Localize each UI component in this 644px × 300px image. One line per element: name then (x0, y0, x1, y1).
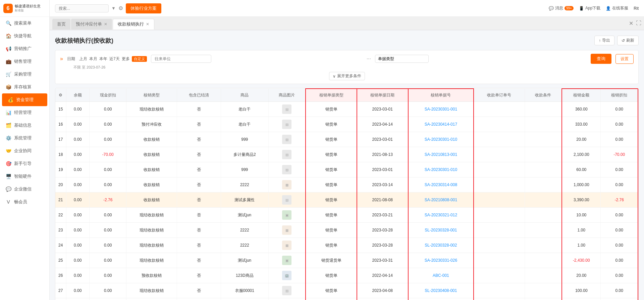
bill-no-link[interactable]: SA-20230414-017 (425, 122, 457, 127)
row-no: 26 (55, 268, 66, 283)
company-search-input[interactable] (55, 4, 109, 12)
row-no: 18 (55, 147, 66, 162)
row-type: 现结收款核销 (126, 283, 177, 298)
search-button[interactable]: 查询 (591, 54, 611, 64)
sidebar-item-sales[interactable]: 💼 销售管理 (0, 55, 49, 68)
phone-icon: 📱 (579, 6, 584, 11)
sidebar-item-finance[interactable]: 💰 资金管理 (2, 93, 47, 106)
row-product-img: ▤ (268, 192, 306, 208)
row-product-img: ▤ (268, 162, 306, 177)
row-no: 19 (55, 162, 66, 177)
sidebar-item-collab[interactable]: 🤝 企业协同 (0, 144, 49, 157)
filter-collapse-icon[interactable]: » (60, 56, 63, 62)
date-this-year[interactable]: 本年 (99, 56, 107, 62)
tab-close-receipt[interactable]: ✕ (146, 22, 149, 27)
bill-no-link[interactable]: SA-20230331-026 (425, 258, 457, 263)
row-discount: 0.00 (601, 283, 638, 298)
row-condition (525, 177, 562, 192)
settings-icon[interactable]: ⚙ (118, 5, 123, 11)
product-image: ▦ (282, 225, 291, 235)
date-last-month[interactable]: 上月 (79, 56, 87, 62)
sidebar-item-label: 系统管理 (14, 135, 32, 141)
sidebar-item-marketing[interactable]: 📢 营销推广 (0, 42, 49, 55)
date-7days[interactable]: 近7天 (109, 56, 120, 62)
app-download-area[interactable]: 📱 App下载 (579, 5, 600, 11)
sidebar-item-system[interactable]: ⚙️ 系统管理 (0, 132, 49, 144)
bill-no-link[interactable]: SA-20230301-001 (425, 107, 457, 112)
th-settled: 包含已结清 (177, 89, 221, 102)
bill-no-link[interactable]: SL-20230328-002 (425, 243, 457, 248)
user-name[interactable]: Rit (634, 6, 639, 11)
row-product-img: 🏢 (268, 268, 306, 283)
dropdown-icon[interactable]: ▼ (111, 6, 116, 11)
sidebar-item-guide[interactable]: 🎯 新手引导 (0, 157, 49, 170)
date-more[interactable]: 更多 (122, 56, 130, 62)
refresh-button[interactable]: ↺ 刷新 (617, 36, 639, 45)
row-no: 27 (55, 283, 66, 298)
th-settings[interactable]: ⚙ (55, 89, 66, 102)
row-settled: 否 (177, 162, 221, 177)
expand-filters-btn[interactable]: ∨ 展开更多条件 (329, 72, 365, 80)
bill-no-link[interactable]: SL-20230328-001 (425, 228, 457, 232)
row-receipt-no (474, 132, 525, 147)
table-header-row: ⚙ 余额 现金折扣 核销类型 包含已结清 商品 商品图片 核销单据类型 核销单据… (55, 89, 638, 102)
bill-no-link[interactable]: SA-20230314-008 (425, 182, 457, 187)
sidebar-item-label: 销售管理 (14, 58, 32, 65)
row-settled: 否 (177, 283, 221, 298)
bill-no-link[interactable]: ABC-001 (433, 273, 449, 278)
filter-settings-button[interactable]: 设置 (615, 54, 634, 64)
row-bill-no: SA-20230331-026 (408, 253, 474, 268)
sidebar-item-operations[interactable]: 📊 经营管理 (0, 106, 49, 119)
partner-input[interactable] (151, 55, 211, 63)
row-bill-no: SA-20230301-001 (408, 102, 474, 117)
row-product: 多计量商品2 (221, 147, 268, 162)
bill-no-link[interactable]: SL-20230408-001 (425, 288, 457, 293)
tab-home[interactable]: 首页 (52, 19, 70, 30)
bill-no-link[interactable]: SA-20230301-010 (425, 167, 457, 172)
sidebar-item-wechat[interactable]: 💬 企业微信 (0, 183, 49, 196)
row-settled: 否 (177, 147, 221, 162)
sidebar-item-vip[interactable]: V 畅会员 (0, 196, 49, 208)
row-amount: 10.00 (562, 208, 601, 223)
row-receipt-no (474, 223, 525, 238)
th-type: 核销类型 (126, 89, 177, 102)
row-product: 123D商品 (221, 268, 268, 283)
app-download-label: App下载 (585, 5, 600, 11)
search-icon: 🔍 (5, 20, 11, 26)
row-cash-discount: 0.00 (90, 223, 126, 238)
sidebar-item-quicknav[interactable]: 🏠 快捷导航 (0, 30, 49, 42)
bill-no-link[interactable]: SA-20210813-001 (425, 152, 457, 157)
th-product: 商品 (221, 89, 268, 102)
bill-no-link[interactable]: SA-20210808-001 (425, 198, 457, 202)
service-label: 在线客服 (612, 5, 628, 11)
row-no: 20 (55, 177, 66, 192)
sidebar-item-inventory[interactable]: 📦 库存核算 (0, 81, 49, 93)
message-area[interactable]: 💬 消息 99+ (549, 5, 574, 11)
tab-close-prepay[interactable]: ✕ (104, 22, 107, 27)
close-window-icon[interactable]: ✕ (629, 20, 633, 27)
row-receipt-no (474, 117, 525, 132)
tab-prepay[interactable]: 预付冲应付单 ✕ (71, 19, 112, 30)
sidebar-item-basic[interactable]: 🗂️ 基础信息 (0, 119, 49, 132)
date-this-month[interactable]: 本月 (89, 56, 97, 62)
row-condition (525, 192, 562, 208)
industry-plan-button[interactable]: 休验行业方案 (126, 3, 161, 13)
row-bill-date: 2023-03-14 (357, 177, 408, 192)
row-cash-discount: 0.00 (90, 208, 126, 223)
maximize-icon[interactable]: ⛶ (636, 20, 641, 27)
vip-icon: V (5, 199, 11, 205)
bill-no-link[interactable]: SA-20230321-012 (425, 213, 457, 217)
sidebar-item-purchase[interactable]: 🛒 采购管理 (0, 68, 49, 81)
row-amount: 3,390.00 (562, 192, 601, 208)
tab-receipt[interactable]: 收款核销执行 ✕ (113, 19, 154, 30)
marketing-icon: 📢 (5, 46, 11, 51)
bill-type-select[interactable]: 单据类型 (375, 55, 429, 63)
table-row: 23 0.00 0.00 现结收款核销 否 2222 ▦ 销货单 2023-03… (55, 223, 638, 238)
export-button[interactable]: ↑ 导出 (594, 36, 614, 45)
sidebar-item-hardware[interactable]: 🖥️ 智能硬件 (0, 170, 49, 183)
online-service-area[interactable]: 👤 在线客服 (606, 5, 628, 11)
bill-no-link[interactable]: SA-20230301-010 (425, 137, 457, 142)
sidebar-item-search[interactable]: 🔍 搜索菜单 (0, 17, 49, 30)
row-discount: 0.00 (601, 253, 638, 268)
date-custom-btn[interactable]: 自定义 (132, 56, 147, 62)
